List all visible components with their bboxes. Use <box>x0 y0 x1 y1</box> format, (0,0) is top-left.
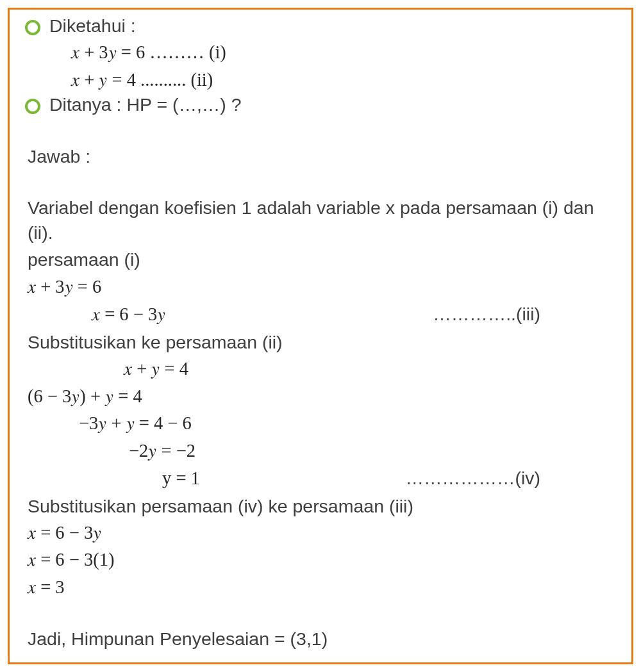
page: Diketahui : 𝑥 + 3𝑦 = 6 ……… (i) 𝑥 + 𝑦 = 4… <box>0 0 641 672</box>
math-line-7: y = 1 <box>28 466 200 491</box>
tag-iii: …………..(iii) <box>433 302 540 326</box>
math-line-4: (6 − 3𝑦) + 𝑦 = 4 <box>28 384 613 409</box>
given-list: Diketahui : 𝑥 + 3𝑦 = 6 ……… (i) 𝑥 + 𝑦 = 4… <box>28 13 613 117</box>
math-line-8: 𝑥 = 6 − 3𝑦 <box>28 521 613 545</box>
math-line-2: 𝑥 = 6 − 3𝑦 <box>28 302 165 327</box>
math-line-5: −3𝑦 + 𝑦 = 4 − 6 <box>28 411 613 436</box>
jawab-heading: Jawab : <box>28 144 613 168</box>
conclusion-text: Jadi, Himpunan Penyelesaian = (3,1) <box>28 627 613 651</box>
diketahui-item: Diketahui : 𝑥 + 3𝑦 = 6 ……… (i) 𝑥 + 𝑦 = 4… <box>49 13 613 92</box>
sub-ii-label: Substitusikan ke persamaan (ii) <box>28 330 613 354</box>
equation-ii: 𝑥 + 𝑦 = 4 .......... (ii) <box>71 68 613 92</box>
diketahui-heading: Diketahui : <box>49 13 613 38</box>
math-line-1: 𝑥 + 3𝑦 = 6 <box>28 275 613 299</box>
math-line-10: 𝑥 = 3 <box>28 575 613 600</box>
tag-iv: ………………(iv) <box>405 466 540 490</box>
explanation-paragraph: Variabel dengan koefisien 1 adalah varia… <box>28 195 613 245</box>
math-line-6: −2𝑦 = −2 <box>28 439 613 463</box>
ditanya-text: Ditanya : HP = (…,…) ? <box>49 92 613 117</box>
equation-i: 𝑥 + 3𝑦 = 6 ……… (i) <box>71 40 613 65</box>
math-line-9: 𝑥 = 6 − 3(1) <box>28 548 613 572</box>
ditanya-item: Ditanya : HP = (…,…) ? <box>49 92 613 117</box>
solution-card: Diketahui : 𝑥 + 3𝑦 = 6 ……… (i) 𝑥 + 𝑦 = 4… <box>8 8 633 664</box>
persamaan-i-label: persamaan (i) <box>28 247 613 272</box>
sub-iv-label: Substitusikan persamaan (iv) ke persamaa… <box>28 494 613 518</box>
math-line-3: 𝑥 + 𝑦 = 4 <box>28 357 613 381</box>
